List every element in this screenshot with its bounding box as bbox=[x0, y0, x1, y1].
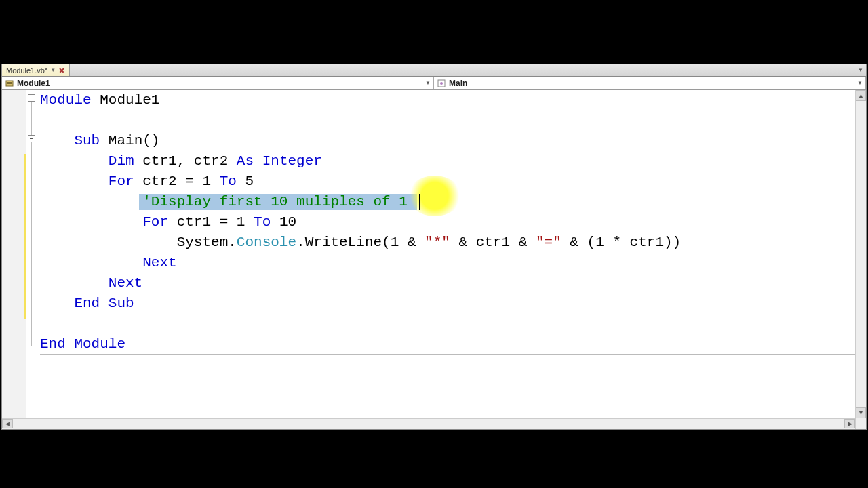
code-line: End Sub bbox=[40, 293, 866, 314]
member-selector-label: Main bbox=[449, 79, 467, 88]
file-tab-label: Module1.vb* bbox=[6, 66, 47, 75]
chevron-down-icon[interactable]: ▼ bbox=[50, 67, 56, 73]
class-selector-dropdown[interactable]: Module1 ▼ bbox=[2, 77, 434, 89]
collapse-toggle-icon[interactable] bbox=[28, 135, 35, 142]
svg-point-4 bbox=[440, 82, 443, 85]
code-line: 'Display first 10 muliples of 1 bbox=[40, 192, 866, 212]
tabstrip-overflow-icon[interactable]: ▼ bbox=[856, 66, 865, 74]
letterbox-container: Module1.vb* ▼ ▼ Module1 ▼ Main ▼ bbox=[0, 0, 868, 488]
scroll-right-icon[interactable]: ▶ bbox=[844, 419, 855, 428]
code-line: Next bbox=[40, 253, 866, 273]
ide-window: Module1.vb* ▼ ▼ Module1 ▼ Main ▼ bbox=[1, 64, 867, 430]
code-line: System.Console.WriteLine(1 & "*" & ctr1 … bbox=[40, 232, 866, 253]
method-icon bbox=[437, 79, 446, 88]
code-line: Next bbox=[40, 273, 866, 293]
code-line: Module Module1 bbox=[40, 90, 866, 110]
scroll-up-icon[interactable]: ▲ bbox=[856, 90, 866, 101]
code-line: End Module bbox=[40, 334, 863, 355]
chevron-down-icon: ▼ bbox=[425, 80, 431, 86]
scroll-down-icon[interactable]: ▼ bbox=[856, 407, 866, 418]
code-line: Dim ctr1, ctr2 As Integer bbox=[40, 151, 866, 171]
svg-rect-1 bbox=[7, 82, 12, 83]
editor-margin bbox=[2, 90, 26, 429]
text-caret bbox=[419, 194, 420, 210]
code-line: Sub Main() bbox=[40, 131, 866, 151]
chevron-down-icon: ▼ bbox=[857, 80, 863, 86]
outline-guide bbox=[31, 142, 32, 346]
outlining-margin bbox=[26, 90, 37, 429]
code-line: For ctr2 = 1 To 5 bbox=[40, 171, 866, 192]
collapse-toggle-icon[interactable] bbox=[28, 94, 35, 102]
member-selector-dropdown[interactable]: Main ▼ bbox=[434, 77, 866, 89]
code-line: For ctr1 = 1 To 10 bbox=[40, 212, 866, 232]
scroll-left-icon[interactable]: ◀ bbox=[2, 419, 13, 428]
code-content[interactable]: Module Module1 Sub Main() Dim ctr1, ctr2… bbox=[37, 90, 866, 429]
class-selector-label: Module1 bbox=[17, 79, 50, 88]
code-line bbox=[40, 110, 866, 131]
horizontal-scrollbar[interactable]: ◀ ▶ bbox=[2, 418, 855, 429]
file-tab-module1[interactable]: Module1.vb* ▼ bbox=[2, 64, 70, 76]
code-line bbox=[40, 314, 866, 334]
outline-guide bbox=[31, 102, 32, 138]
svg-rect-2 bbox=[7, 83, 12, 84]
navigation-bar: Module1 ▼ Main ▼ bbox=[2, 77, 866, 90]
vertical-scrollbar[interactable]: ▲ ▼ bbox=[855, 90, 866, 429]
close-tab-icon[interactable] bbox=[58, 67, 65, 74]
module-icon bbox=[5, 79, 14, 88]
file-tab-strip: Module1.vb* ▼ ▼ bbox=[2, 64, 866, 77]
code-editor[interactable]: Module Module1 Sub Main() Dim ctr1, ctr2… bbox=[2, 90, 866, 429]
